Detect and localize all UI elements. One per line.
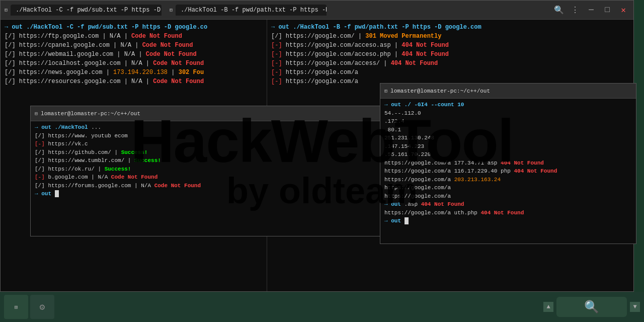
- overlay-left-icon: ⊞: [35, 111, 38, 117]
- left-line-2: [/] https://cpanel.google.com | N/A | Co…: [5, 41, 263, 50]
- close-button[interactable]: ✕: [617, 4, 629, 16]
- overlay-left-titlebar: ⊞ lomaster@lomaster-pc:~/c++/out: [31, 106, 402, 121]
- or-last: https://google.com/a uth.php 404 Not Fou…: [384, 209, 632, 217]
- left-line-1: [/] https://ftp.google.com | N/A | Code …: [5, 32, 263, 41]
- or-out: → out .asp 404 Not Found: [384, 200, 632, 209]
- overlay-right-content: → out ./ -GI4 --count 10 54.--.112.0 .17…: [380, 99, 636, 244]
- or-line-10: https://google.com/a: [384, 184, 632, 192]
- ol-out: → out: [35, 190, 398, 198]
- ol-line-1: [/] https://www. youtub ecom: [35, 132, 398, 140]
- ol-line-3: [/] https://github.com/ | Success!: [35, 148, 398, 157]
- right-line-5: [-] https://google.com/a: [271, 68, 629, 77]
- taskbar-app1[interactable]: ⚙: [30, 295, 54, 319]
- or-line-3: .80.1: [384, 126, 632, 134]
- overlay-left-title: lomaster@lomaster-pc:~/c++/out: [41, 111, 140, 117]
- taskbar-search[interactable]: 🔍: [556, 297, 627, 317]
- tab2-label: ./HackTool -B -f pwd/path.txt -P https -…: [181, 7, 327, 14]
- tab2-icon: ⊞: [170, 7, 173, 13]
- tab1[interactable]: ./HackTool -C -f pwd/sub.txt -P https -D…: [11, 5, 162, 16]
- or-line-7: https://google.com/a 177.34.71 asp 404 N…: [384, 159, 632, 168]
- left-line-4: [/] https://localhost.google.com | N/A |…: [5, 59, 263, 68]
- ol-line-7: [/] https://forums.google.com | N/A Code…: [35, 182, 398, 190]
- or-line-5: .147.154.223: [384, 142, 632, 151]
- menu-button[interactable]: ⋮: [569, 4, 581, 16]
- right-line-1: [/] https://google.com/ | 301 Moved Perm…: [271, 32, 629, 41]
- taskbar-terminal[interactable]: ⊞: [4, 295, 28, 319]
- window-controls: 🔍 ⋮ ─ □ ✕: [553, 4, 629, 16]
- taskbar: ⊞ ⚙ ▲ 🔍 ▼: [0, 292, 644, 322]
- scroll-down-btn[interactable]: ▼: [630, 302, 640, 312]
- or-line-8: https://google.com/a 116.17.229.40 php 4…: [384, 167, 632, 176]
- tab1-icon: ⊞: [5, 7, 8, 13]
- or-cmd: → out ./ -GI4 --count 10: [384, 101, 632, 109]
- search-icon: 🔍: [584, 300, 599, 314]
- or-line-2: .172.4: [384, 117, 632, 126]
- search-button[interactable]: 🔍: [553, 4, 565, 16]
- overlay-right-titlebar: ⊞ lomaster@lomaster-pc:~/c++/out: [380, 84, 636, 99]
- ol-line-6: [-] b.google.com | N/A Code Not Found: [35, 173, 398, 182]
- scroll-up-btn[interactable]: ▲: [543, 302, 553, 312]
- left-cmd: → out ./HackTool -C -f pwd/sub.txt -P ht…: [5, 23, 263, 32]
- overlay-terminal-right: ⊞ lomaster@lomaster-pc:~/c++/out → out .…: [380, 83, 636, 244]
- left-line-3: [/] https://webmail.google.com | N/A | C…: [5, 50, 263, 59]
- ol-line-2: [-] https://vk.c: [35, 140, 398, 148]
- main-titlebar: ⊞ ./HackTool -C -f pwd/sub.txt -P https …: [1, 1, 633, 20]
- maximize-button[interactable]: □: [601, 4, 613, 16]
- ol-line-5: [/] https://ok.ru/ | Success!: [35, 165, 398, 174]
- or-line-6: .55.161.70.220: [384, 150, 632, 159]
- cursor-left: [55, 190, 59, 197]
- ol-line-4: [/] https://www.tumblr.com/ | Success!: [35, 156, 398, 165]
- tab2[interactable]: ./HackTool -B -f pwd/path.txt -P https -…: [176, 5, 327, 16]
- right-line-3: [-] https://google.com/acceso.php | 404 …: [271, 50, 629, 59]
- overlay-right-icon: ⊞: [384, 88, 387, 94]
- left-line-6: [/] https://resources.google.com | N/A |…: [5, 77, 263, 86]
- right-line-2: [-] https://google.com/acceso.asp | 404 …: [271, 41, 629, 50]
- left-line-5: [/] https://news.google.com | 173.194.22…: [5, 68, 263, 77]
- or-line-4: 251.231.130.248: [384, 134, 632, 142]
- overlay-left-content: → out ./HackTool ... [/] https://www. yo…: [31, 121, 402, 236]
- or-line-9: https://google.com/a 203.213.163.24: [384, 176, 632, 184]
- or-cursor: → out: [384, 217, 632, 225]
- overlay-terminal-left: ⊞ lomaster@lomaster-pc:~/c++/out → out .…: [30, 106, 403, 236]
- or-line-1: 54.--.112.0: [384, 109, 632, 118]
- cursor-right: [405, 217, 409, 224]
- overlay-right-title: lomaster@lomaster-pc:~/c++/out: [390, 88, 490, 94]
- right-cmd: → out ./HackTool -B -f pwd/path.txt -P h…: [271, 23, 629, 32]
- or-line-11: https://google.com/a: [384, 192, 632, 201]
- minimize-button[interactable]: ─: [585, 4, 597, 16]
- tab1-label: ./HackTool -C -f pwd/sub.txt -P https -D…: [16, 7, 162, 14]
- ol-cmd: → out ./HackTool ...: [35, 123, 398, 132]
- right-line-4: [-] https://google.com/access/ | 404 Not…: [271, 59, 629, 68]
